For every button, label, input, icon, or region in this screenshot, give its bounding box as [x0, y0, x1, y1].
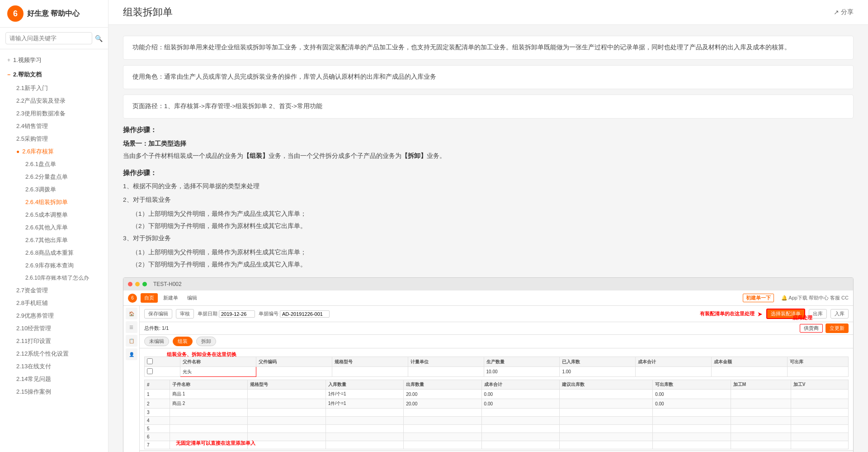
sidebar-item-2-6-1[interactable]: 2.6.1盘点单	[20, 158, 108, 171]
step3-sub: （1）上部明细为父件明细，最终作为原材料生成其它出库单； （2）下部明细为子件明…	[123, 247, 854, 271]
sidebar-item-2-4[interactable]: 2.4销售管理	[13, 120, 108, 133]
form-date-field: 单据日期	[198, 310, 255, 318]
app-approve-btn[interactable]: 审核	[176, 309, 194, 319]
lower-table-area: # 子件名称 规格型号 入库数量 出库数量 成本合计 建议出库数 可出库数 加工	[140, 378, 853, 450]
col-cost-amt: 成本金额	[712, 357, 788, 367]
app-sidebar-form[interactable]: 📋	[126, 335, 137, 347]
table-row: 2 商品 2 1件/个=1 20.00 0.00 0.00	[145, 399, 849, 409]
callout3-area: 启用处理 供货商 立更新	[800, 324, 849, 333]
process-type-assemble[interactable]: 组装	[173, 337, 193, 346]
path-text: 页面路径：1、库存核算->库存管理->组装拆卸单 2、首页->常用功能	[132, 103, 322, 109]
row-available	[788, 367, 849, 377]
app-nav-new[interactable]: 新建单	[160, 293, 182, 303]
sidebar-item-2-6-7[interactable]: 2.6.7其他出库单	[20, 234, 108, 247]
ss-max-dot	[142, 282, 147, 286]
lower-table: # 子件名称 规格型号 入库数量 出库数量 成本合计 建议出库数 可出库数 加工	[144, 380, 849, 449]
app-in-btn[interactable]: 入库	[830, 309, 849, 319]
app-nav-edit[interactable]: 编辑	[184, 293, 201, 303]
intro-text: 功能介绍：组装拆卸单用来处理企业组装或拆卸等加工业务，支持有固定装配清单的产品加…	[132, 44, 791, 51]
col-unit: 计量单位	[408, 357, 484, 367]
sidebar-item-2-6-6[interactable]: 2.6.6其他入库单	[20, 221, 108, 234]
select-all-checkbox[interactable]	[147, 358, 153, 364]
app-nav-home[interactable]: 自页	[141, 293, 158, 303]
app-main-area: 保存编辑 审核 单据日期 单据编号	[140, 306, 853, 452]
col-child-plan: 成本合计	[481, 380, 559, 390]
table-row: 光头 10.00 1.00	[145, 367, 849, 377]
sidebar-item-2-6-9[interactable]: 2.6.9库存账本查询	[20, 259, 108, 272]
sidebar-item-2-6-8[interactable]: 2.6.8商品成本重算	[20, 247, 108, 259]
table-row: 1 商品 1 1件/个=1 20.00 0.00 0.00	[145, 390, 849, 399]
sidebar-item-2-3[interactable]: 2.3使用前数据准备	[13, 107, 108, 120]
col-child-code2: 规格型号	[248, 380, 326, 390]
content-area: 功能介绍：组装拆卸单用来处理企业组装或拆卸等加工业务，支持有固定装配清单的产品加…	[108, 25, 868, 452]
app-sidebar-user[interactable]: 👤	[126, 348, 137, 360]
row-check	[145, 367, 180, 377]
process-type-disassemble[interactable]: 拆卸	[196, 337, 216, 346]
sidebar-item-2-6-4[interactable]: 2.6.4组装拆卸单	[20, 196, 108, 209]
col-child-cost: 可出库数	[653, 380, 731, 390]
nav-sub-docs: 2.1新手入门 2.2产品安装及登录 2.3使用前数据准备 2.4销售管理 2.…	[0, 82, 108, 398]
sidebar-item-2-15[interactable]: 2.15操作案例	[13, 385, 108, 398]
sidebar-item-2-6-3[interactable]: 2.6.3调拨单	[20, 183, 108, 196]
form-order-input[interactable]	[280, 310, 330, 318]
app-sidebar-list[interactable]: ☰	[126, 321, 137, 333]
sidebar-item-2-6-10[interactable]: 2.6.10库存账本错了怎么办	[20, 272, 108, 284]
sidebar-item-2-7[interactable]: 2.7资金管理	[13, 284, 108, 297]
form-date-input[interactable]	[219, 310, 255, 318]
col-cost-total: 成本合计	[636, 357, 712, 367]
sidebar-item-2-2[interactable]: 2.2产品安装及登录	[13, 95, 108, 107]
app-topbar: 6 自页 新建单 编辑 初建单一下 🔔 App下载 帮助中心 客服 CC	[123, 290, 853, 306]
path-block: 页面路径：1、库存核算->库存管理->组装拆卸单 2、首页->常用功能	[123, 95, 854, 119]
search-icon[interactable]: 🔍	[95, 35, 103, 42]
sidebar-item-2-6-2[interactable]: 2.6.2分量盘点单	[20, 171, 108, 183]
sidebar-item-2-1[interactable]: 2.1新手入门	[13, 82, 108, 95]
sidebar-item-2-13[interactable]: 2.13在线支付	[13, 360, 108, 373]
share-button[interactable]: ↗ 分享	[834, 8, 854, 16]
step3-sub2: （2）下部明细为子件明细，最终作为产成品生成其它入库单。	[132, 259, 854, 270]
sidebar-item-2-5[interactable]: 2.5采购管理	[13, 133, 108, 145]
row-parent-name: 光头	[180, 367, 256, 377]
ss-close-dot	[128, 282, 132, 286]
supplier-input[interactable]: 供货商	[800, 324, 823, 333]
process-type-bar: 未编辑 组装 拆卸 组装业务、拆卸业务在这里切换	[140, 335, 853, 348]
sidebar-item-2-14[interactable]: 2.14常见问题	[13, 373, 108, 385]
upper-table-area: 父件名称 父件编码 规格型号 计量单位 生产数量 已入库数 成本合计 成本金额	[140, 348, 853, 378]
row-instock: 1.00	[560, 367, 636, 377]
sidebar-header: 6 好生意 帮助中心	[0, 0, 108, 28]
sidebar-item-docs[interactable]: − 2.帮助文档	[0, 67, 108, 82]
intro-block: 功能介绍：组装拆卸单用来处理企业组装或拆卸等加工业务，支持有固定装配清单的产品加…	[123, 36, 854, 60]
row-cost-total	[636, 367, 712, 377]
sidebar-item-2-10[interactable]: 2.10经营管理	[13, 322, 108, 335]
callout1-arrow: ➤	[757, 310, 763, 318]
col-child-spec: 入库数量	[326, 380, 403, 390]
sidebar-item-2-12[interactable]: 2.12系统个性化设置	[13, 347, 108, 360]
sidebar-item-2-9[interactable]: 2.9优惠券管理	[13, 309, 108, 322]
step2-sub2: （2）下部明细为子件明细，最终作为原材料生成其它出库单。	[132, 221, 854, 232]
step2: 2、对于组装业务	[123, 195, 854, 205]
step3-sub1: （1）上部明细为父件明细，最终作为原材料生成其它出库单；	[132, 247, 854, 258]
sidebar: 6 好生意 帮助中心 🔍 + 1.视频学习 − 2.帮助文档 2.1新手入门 2…	[0, 0, 108, 452]
search-input[interactable]	[5, 32, 92, 44]
app-sidebar-home[interactable]: 🏠	[126, 308, 137, 319]
callout3-label: 启用处理	[793, 314, 812, 321]
callout1-area: 有装配清单的在这里处理 ➤	[700, 310, 763, 318]
role-text: 使用角色：通常由生产人员或库管人员完成拆装业务的操作，库管人员确认原材料的出库和…	[132, 73, 436, 80]
sidebar-item-2-11[interactable]: 2.11打印设置	[13, 335, 108, 347]
sidebar-item-video[interactable]: + 1.视频学习	[0, 53, 108, 67]
logo-icon: 6	[7, 5, 24, 22]
app-content: 🏠 ☰ 📋 👤 保存编辑 审核 单据日期	[123, 306, 853, 452]
app-confirm-btn[interactable]: 立更新	[826, 324, 849, 333]
sidebar-item-2-8[interactable]: 2.8手机旺辅	[13, 297, 108, 309]
sidebar-item-2-6-5[interactable]: 2.6.5成本调整单	[20, 209, 108, 221]
scene1-desc: 当由多个子件材料组装成一个成品的业务为【组装】业务，当由一个父件拆分成多个子产品…	[123, 151, 854, 162]
step3: 3、对于拆卸业务	[123, 233, 854, 244]
sidebar-item-2-6[interactable]: ● 2.6库存核算	[13, 145, 108, 158]
ss-app-id: TEST-H002	[153, 281, 182, 287]
app-next-btn[interactable]: 初建单一下	[743, 294, 774, 302]
process-type-unedit[interactable]: 未编辑	[144, 337, 169, 346]
table-footer: 合计: 88.00 6.00 0.00 0.00 86	[140, 450, 853, 452]
nav-tree: + 1.视频学习 − 2.帮助文档 2.1新手入门 2.2产品安装及登录 2.3…	[0, 49, 108, 402]
app-save-btn[interactable]: 保存编辑	[144, 309, 172, 319]
share-icon: ↗	[834, 9, 839, 16]
app-icons-right: 🔔 App下载 帮助中心 客服 CC	[781, 295, 849, 301]
